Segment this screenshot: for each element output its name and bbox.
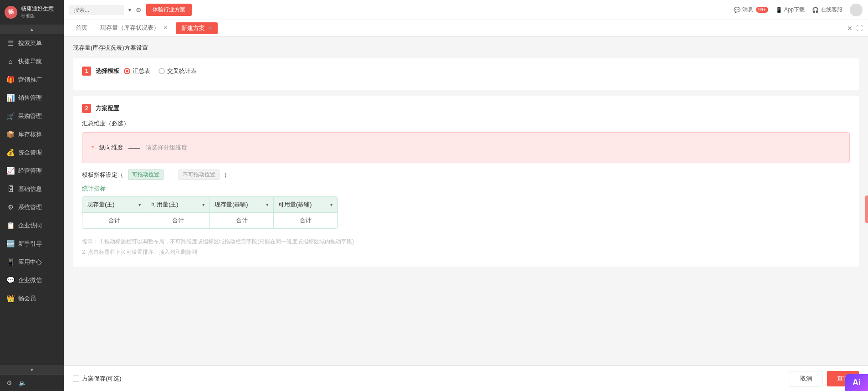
tab-new-scheme[interactable]: 新建方案 ✕ bbox=[176, 22, 218, 34]
step2-section: 2 方案配置 汇总维度（必选） * 纵向维度 —— 请选择分组维度 模板指标设定… bbox=[73, 96, 859, 267]
avatar[interactable] bbox=[850, 4, 863, 16]
settings-bottom-icon[interactable]: ⚙ bbox=[6, 379, 12, 386]
sidebar-item-system[interactable]: ⚙ 系统管理 bbox=[0, 198, 64, 216]
sidebar-item-finance[interactable]: 💰 资金管理 bbox=[0, 144, 64, 162]
step1-header: 1 选择模板 汇总表 交叉统计表 bbox=[82, 67, 850, 76]
sidebar-scroll-down[interactable]: ▼ bbox=[0, 365, 64, 374]
col-header-2[interactable]: 现存量(基辅) ▾ bbox=[210, 197, 274, 212]
sidebar-item-cooperation[interactable]: 📋 企业协同 bbox=[0, 216, 64, 235]
step2-title: 方案配置 bbox=[96, 104, 119, 113]
sidebar: 畅 畅康通好生意 标准版 ▲ ☰ 搜索菜单 ⌂ 快捷导航 🎁 营销推广 📊 销售… bbox=[0, 0, 64, 391]
sidebar-item-basic-info[interactable]: 🗄 基础信息 bbox=[0, 180, 64, 198]
chart-icon: 📊 bbox=[6, 94, 15, 102]
stats-section: 统计指标 现存量(主) ▾ 可用量(主) ▾ 现存量(基辅) bbox=[82, 185, 850, 230]
stats-table-row-0: 合计 合计 合计 合计 bbox=[82, 212, 337, 228]
step2-header: 2 方案配置 bbox=[82, 104, 850, 113]
main-content: 现存量(库存状况表)方案设置 1 选择模板 汇总表 交叉统计表 bbox=[64, 36, 868, 365]
customer-service-item[interactable]: 🎧 在线客服 bbox=[812, 6, 842, 14]
dimension-box[interactable]: * 纵向维度 —— 请选择分组维度 bbox=[82, 132, 850, 163]
tab-expand-btn[interactable]: ⛶ bbox=[856, 25, 863, 32]
app-download-icon: 📱 bbox=[776, 7, 782, 13]
tab-inventory-close[interactable]: ✕ bbox=[163, 25, 168, 31]
stats-table-header: 现存量(主) ▾ 可用量(主) ▾ 现存量(基辅) ▾ 可用量(基辅) bbox=[82, 197, 337, 212]
hint-1: 提示： 1.拖动标题栏可以调整布局，不可跨维度或指标区域拖动栏目字段(只能在同一… bbox=[82, 237, 850, 246]
bottom-bar: 方案保存(可选) 取消 查询 bbox=[64, 365, 868, 391]
main-area: ▾ ⚙ 体验行业方案 💬 消息 99+ 📱 App下载 🎧 在线客服 首页 bbox=[64, 0, 868, 391]
chevron-icon-1: ▾ bbox=[202, 202, 205, 208]
hints-section: 提示： 1.拖动标题栏可以调整布局，不可跨维度或指标区域拖动栏目字段(只能在同一… bbox=[82, 237, 850, 257]
clipboard-icon: 📋 bbox=[6, 221, 15, 230]
headset-icon: 🎧 bbox=[812, 7, 819, 13]
wechat-icon: 💬 bbox=[6, 276, 15, 284]
chevron-icon-3: ▾ bbox=[330, 202, 333, 208]
radio-summary[interactable]: 汇总表 bbox=[124, 67, 150, 75]
save-checkbox[interactable] bbox=[73, 376, 79, 382]
sidebar-item-quick-nav[interactable]: ⌂ 快捷导航 bbox=[0, 52, 64, 71]
logo-text: 畅康通好生意 标准版 bbox=[21, 5, 54, 19]
save-option: 方案保存(可选) bbox=[73, 375, 122, 383]
sidebar-item-member[interactable]: 👑 畅会员 bbox=[0, 289, 64, 308]
sidebar-item-enterprise-wechat[interactable]: 💬 企业微信 bbox=[0, 271, 64, 289]
topbar-left: ▾ ⚙ 体验行业方案 bbox=[69, 4, 192, 16]
tab-home[interactable]: 首页 bbox=[69, 21, 94, 36]
sidebar-item-sales[interactable]: 📊 销售管理 bbox=[0, 89, 64, 107]
indicator-label: 模板指标设定（ 可拖动位置 不可拖动位置 ） bbox=[82, 170, 850, 180]
logo-icon: 畅 bbox=[5, 6, 17, 19]
search-input[interactable] bbox=[69, 5, 124, 15]
stats-table: 现存量(主) ▾ 可用量(主) ▾ 现存量(基辅) ▾ 可用量(基辅) bbox=[82, 196, 338, 229]
message-badge: 99+ bbox=[756, 7, 768, 13]
topbar-gear-icon[interactable]: ⚙ bbox=[136, 6, 142, 14]
dimension-required-label: 汇总维度（必选） bbox=[82, 119, 850, 128]
message-icon: 💬 bbox=[734, 7, 740, 13]
tab-inventory[interactable]: 现存量（库存状况表） ✕ bbox=[94, 21, 174, 36]
dimension-dash: —— bbox=[128, 144, 140, 151]
col-header-3[interactable]: 可用量(基辅) ▾ bbox=[274, 197, 337, 212]
cancel-button[interactable]: 取消 bbox=[790, 371, 822, 386]
vertical-label: 纵向维度 bbox=[99, 144, 123, 152]
step1-section: 1 选择模板 汇总表 交叉统计表 bbox=[73, 58, 859, 90]
box-icon: 📦 bbox=[6, 130, 15, 139]
sidebar-item-search[interactable]: ☰ 搜索菜单 bbox=[0, 34, 64, 52]
sidebar-nav: ☰ 搜索菜单 ⌂ 快捷导航 🎁 营销推广 📊 销售管理 🛒 采购管理 📦 库存核… bbox=[0, 34, 64, 365]
operations-icon: 📈 bbox=[6, 167, 15, 175]
sidebar-item-operations[interactable]: 📈 经营管理 bbox=[0, 162, 64, 180]
dimension-placeholder: 请选择分组维度 bbox=[146, 144, 187, 152]
radio-cross[interactable]: 交叉统计表 bbox=[158, 67, 197, 75]
search-menu-icon: ☰ bbox=[6, 39, 15, 47]
home-icon: ⌂ bbox=[6, 57, 15, 66]
mobile-icon: 📱 bbox=[6, 258, 15, 266]
gear-nav-icon: ⚙ bbox=[6, 203, 15, 211]
page-title: 现存量(库存状况表)方案设置 bbox=[73, 44, 859, 52]
tab-close-btn[interactable]: ✕ bbox=[847, 25, 853, 32]
tab-new-close[interactable]: ✕ bbox=[208, 25, 212, 31]
trial-btn[interactable]: 体验行业方案 bbox=[146, 4, 192, 16]
topbar-right: 💬 消息 99+ 📱 App下载 🎧 在线客服 bbox=[734, 4, 863, 16]
sidebar-bottom: ⚙ 🔈 bbox=[0, 374, 64, 391]
sidebar-item-marketing[interactable]: 🎁 营销推广 bbox=[0, 71, 64, 89]
message-item[interactable]: 💬 消息 99+ bbox=[734, 6, 768, 14]
sidebar-item-new-guide[interactable]: 🆕 新手引导 bbox=[0, 235, 64, 253]
col-header-0[interactable]: 现存量(主) ▾ bbox=[82, 197, 146, 212]
indicator-settings: 模板指标设定（ 可拖动位置 不可拖动位置 ） bbox=[82, 170, 850, 180]
scroll-hint bbox=[865, 196, 868, 223]
sidebar-logo: 畅 畅康通好生意 标准版 bbox=[0, 0, 64, 25]
app-download-item[interactable]: 📱 App下载 bbox=[776, 6, 805, 14]
crown-icon: 👑 bbox=[6, 294, 15, 303]
sidebar-item-inventory[interactable]: 📦 库存核算 bbox=[0, 125, 64, 144]
sidebar-item-purchase[interactable]: 🛒 采购管理 bbox=[0, 107, 64, 125]
tabs-bar: 首页 现存量（库存状况表） ✕ 新建方案 ✕ ✕ ⛶ bbox=[64, 20, 868, 36]
sidebar-scroll-up[interactable]: ▲ bbox=[0, 25, 64, 34]
step2-badge: 2 bbox=[82, 104, 91, 113]
col-header-1[interactable]: 可用量(主) ▾ bbox=[146, 197, 210, 212]
chevron-icon-0: ▾ bbox=[138, 202, 141, 208]
step1-badge: 1 bbox=[82, 67, 91, 76]
ai-fab-button[interactable]: Ai bbox=[845, 374, 868, 391]
sidebar-item-app-center[interactable]: 📱 应用中心 bbox=[0, 253, 64, 271]
database-icon: 🗄 bbox=[6, 185, 15, 193]
topbar-dropdown[interactable]: ▾ bbox=[128, 7, 131, 13]
speaker-icon[interactable]: 🔈 bbox=[19, 379, 26, 386]
stats-title: 统计指标 bbox=[82, 185, 850, 193]
col-footer-3: 合计 bbox=[274, 213, 337, 228]
template-radio-group: 汇总表 交叉统计表 bbox=[124, 67, 197, 75]
gift-icon: 🎁 bbox=[6, 76, 15, 84]
